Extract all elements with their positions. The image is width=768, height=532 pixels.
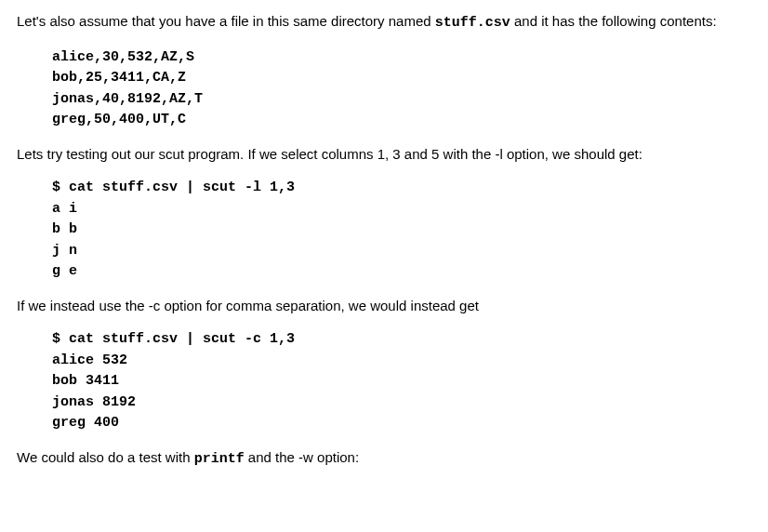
paragraph-intro: Let's also assume that you have a file i… [17,11,748,34]
text-run: and the -w option: [245,449,359,465]
code-block-scut-c: $ cat stuff.csv | scut -c 1,3 alice 532 … [52,329,748,434]
paragraph-test-c: If we instead use the -c option for comm… [17,296,748,317]
text-run: We could also do a test with [17,449,194,465]
paragraph-printf: We could also do a test with printf and … [17,447,748,471]
text-run: and it has the following contents: [510,13,717,29]
paragraph-test-l: Lets try testing out our scut program. I… [17,144,748,166]
code-block-csv-contents: alice,30,532,AZ,S bob,25,3411,CA,Z jonas… [52,47,748,131]
filename-code: stuff.csv [435,15,510,31]
code-block-scut-l: $ cat stuff.csv | scut -l 1,3 a i b b j … [52,178,748,283]
printf-code: printf [194,451,245,467]
text-run: Let's also assume that you have a file i… [17,13,435,29]
